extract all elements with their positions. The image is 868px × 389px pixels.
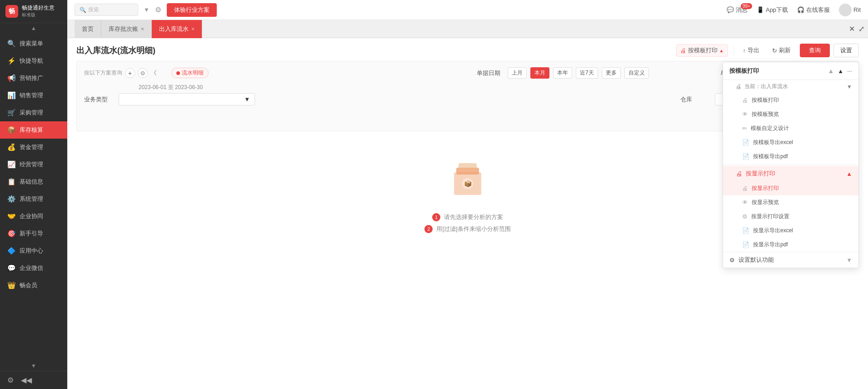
filter-tag-area: 流水明细 <box>171 68 209 78</box>
sidebar-item-inventory[interactable]: 📦 库存核算 <box>0 121 67 139</box>
tab-batch-account-label: 库存批次账 <box>109 25 138 33</box>
divider <box>733 46 734 55</box>
template-export-pdf-icon: 📄 <box>742 153 749 160</box>
tab-batch-account[interactable]: 库存批次账 × <box>101 20 152 38</box>
refresh-btn[interactable]: ↻ 刷新 <box>768 45 794 56</box>
user-avatar-btn[interactable]: Rit <box>839 4 861 16</box>
sidebar-item-system[interactable]: ⚙️ 系统管理 <box>0 190 67 208</box>
tab-expand-icon[interactable]: ⤢ <box>858 25 864 33</box>
dropdown-display-preview[interactable]: 👁 按显示预览 <box>723 195 858 209</box>
template-preview-icon: 👁 <box>742 111 748 118</box>
biz-type-select[interactable]: ▼ <box>119 93 255 105</box>
sidebar-scroll-up[interactable]: ▲ <box>0 23 67 33</box>
topbar-gear-icon[interactable]: ⚙ <box>155 5 161 14</box>
sales-icon: 📊 <box>7 91 16 100</box>
collapse-sidebar-icon[interactable]: ◀◀ <box>21 376 32 384</box>
template-print-icon: 🖨 <box>742 97 748 104</box>
dropdown-scroll-up-btn[interactable]: ▲ <box>828 67 834 75</box>
tab-home[interactable]: 首页 <box>75 20 101 38</box>
date-btn-7days[interactable]: 近7天 <box>576 67 598 79</box>
query-button[interactable]: 查询 <box>800 44 830 57</box>
dropdown-display-print[interactable]: 🖨 按显示打印 <box>723 181 858 195</box>
display-print-label: 按显示打印 <box>752 185 779 192</box>
topbar-search-chevron[interactable]: ▼ <box>144 6 150 13</box>
tab-flow-close[interactable]: × <box>191 26 195 32</box>
current-item-icon: 🖨 <box>736 83 742 90</box>
dropdown-template-custom[interactable]: ✏ 模板自定义设计 <box>723 121 858 135</box>
filter-tag[interactable]: 流水明细 <box>171 68 209 78</box>
refresh-icon: ↻ <box>772 47 777 54</box>
tab-batch-account-close[interactable]: × <box>141 26 144 32</box>
page-actions: 🖨 按模板打印 ▲ ↑ 导出 ↻ 刷新 查询 设置 <box>676 44 859 57</box>
sidebar-item-label-wechat: 企业微信 <box>20 264 43 272</box>
refresh-label: 刷新 <box>779 46 791 55</box>
date-btn-last-month[interactable]: 上月 <box>508 67 527 79</box>
sidebar-item-finance[interactable]: 💰 资金管理 <box>0 139 67 156</box>
filter-collapse-btn[interactable]: 《 <box>150 69 157 77</box>
sidebar-item-marketing[interactable]: 📢 营销推广 <box>0 70 67 87</box>
filter-add-btn[interactable]: + <box>125 68 135 78</box>
dropdown-more-btn[interactable]: ··· <box>847 68 852 75</box>
dropdown-chevron-up: ▲ <box>838 68 843 75</box>
date-btn-custom[interactable]: 自定义 <box>624 67 649 79</box>
tabbar-right: ✕ ⤢ <box>849 25 868 33</box>
dropdown-footer[interactable]: ⚙ 设置默认功能 ▼ <box>723 252 858 268</box>
export-btn[interactable]: ↑ 导出 <box>739 45 763 56</box>
sidebar-item-coop[interactable]: 🤝 企业协同 <box>0 208 67 225</box>
topbar-search-input[interactable]: 🔍 搜索 <box>75 4 138 16</box>
date-btn-this-year[interactable]: 本年 <box>553 67 572 79</box>
sidebar-item-label-operation: 经营管理 <box>20 160 43 169</box>
date-filter-label: 单据日期 <box>477 69 504 77</box>
dropdown-template-preview[interactable]: 👁 按模板预览 <box>723 107 858 121</box>
step-num-1: 1 <box>432 213 440 221</box>
logo-text-block: 畅捷通好生意 标准版 <box>22 5 55 18</box>
dropdown-template-export-excel[interactable]: 📄 按模板导出excel <box>723 135 858 150</box>
print-label: 按模板打印 <box>688 46 718 55</box>
sidebar-item-label-system: 系统管理 <box>20 195 43 203</box>
sidebar-item-member[interactable]: 👑 畅会员 <box>0 277 67 294</box>
sidebar-item-guide[interactable]: 🎯 新手引导 <box>0 225 67 242</box>
sidebar: 畅 畅捷通好生意 标准版 ▲ 🔍 搜索菜单 ⚡ 快捷导航 📢 营销推广 📊 销售… <box>0 0 67 389</box>
filter-scheme-btn[interactable]: ⊙ <box>138 68 148 78</box>
sidebar-item-search[interactable]: 🔍 搜索菜单 <box>0 35 67 52</box>
template-export-excel-icon: 📄 <box>742 139 749 146</box>
wechat-icon: 💬 <box>7 264 16 272</box>
tab-flow[interactable]: 出入库流水 × <box>152 20 202 38</box>
dropdown-display-print-settings[interactable]: ⚙ 按显示打印设置 <box>723 209 858 224</box>
sidebar-item-appstore[interactable]: 🔷 应用中心 <box>0 242 67 259</box>
sidebar-item-quick-nav[interactable]: ⚡ 快捷导航 <box>0 52 67 70</box>
online-service-label: 在线客服 <box>806 6 830 14</box>
dropdown-display-export-excel[interactable]: 📄 按显示导出excel <box>723 224 858 238</box>
sidebar-item-wechat[interactable]: 💬 企业微信 <box>0 259 67 277</box>
print-btn[interactable]: 🖨 按模板打印 ▲ <box>676 44 728 57</box>
dropdown-current-item[interactable]: 🖨 当前：出入库流水 ▼ <box>723 80 858 93</box>
sidebar-item-basic[interactable]: 📋 基础信息 <box>0 173 67 190</box>
dropdown-display-section[interactable]: 🖨 按显示打印 ▲ <box>723 166 858 181</box>
trial-btn[interactable]: 体验行业方案 <box>167 3 217 17</box>
sidebar-scroll-down[interactable]: ▼ <box>0 361 67 371</box>
sidebar-logo: 畅 畅捷通好生意 标准版 <box>0 0 67 23</box>
dropdown-divider <box>723 165 858 165</box>
date-btn-more[interactable]: 更多 <box>602 67 621 79</box>
tabbar: 首页 库存批次账 × 出入库流水 × ✕ ⤢ <box>67 20 868 38</box>
setting-button[interactable]: 设置 <box>833 44 859 57</box>
date-btn-this-month[interactable]: 本月 <box>530 67 549 79</box>
app-download-btn[interactable]: 📱 App下载 <box>757 6 788 14</box>
sidebar-item-label-purchase: 采购管理 <box>20 109 43 117</box>
sidebar-item-purchase[interactable]: 🛒 采购管理 <box>0 104 67 121</box>
page-title: 出入库流水(流水明细) <box>76 45 155 56</box>
tab-close-window-icon[interactable]: ✕ <box>849 25 855 33</box>
sidebar-item-sales[interactable]: 📊 销售管理 <box>0 87 67 104</box>
messages-btn[interactable]: 💬 消息 99+ <box>727 6 748 14</box>
dropdown-template-print[interactable]: 🖨 按模板打印 <box>723 93 858 107</box>
footer-chevron: ▼ <box>846 257 852 264</box>
svg-text:📦: 📦 <box>464 180 472 188</box>
dropdown-template-export-pdf[interactable]: 📄 按模板导出pdf <box>723 150 858 164</box>
sidebar-item-operation[interactable]: 📈 经营管理 <box>0 156 67 173</box>
settings-icon[interactable]: ⚙ <box>7 376 14 384</box>
display-section-icon: 🖨 <box>736 170 742 177</box>
dropdown-display-export-pdf[interactable]: 📄 按显示导出pdf <box>723 238 858 252</box>
date-filter-group: 单据日期 上月 本月 本年 近7天 更多 自定义 <box>477 67 704 79</box>
messages-badge: 99+ <box>741 3 752 9</box>
online-service-btn[interactable]: 🎧 在线客服 <box>797 6 830 14</box>
